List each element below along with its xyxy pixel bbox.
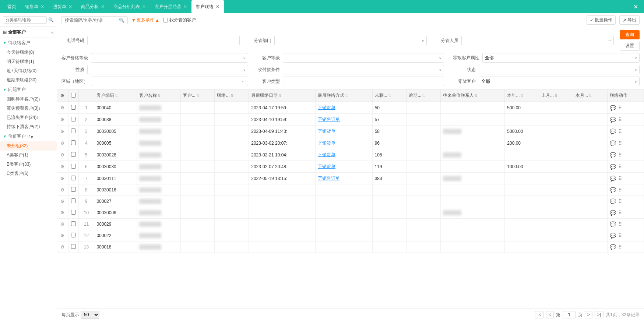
settings-cell[interactable]: ⚙: [57, 207, 68, 219]
last-page-btn[interactable]: >|: [595, 311, 603, 318]
row-checkbox[interactable]: [71, 176, 76, 180]
col-no-contact[interactable]: 未联...⇅: [372, 89, 407, 102]
contact-way-link[interactable]: 下销售订单: [318, 117, 340, 122]
first-page-btn[interactable]: |<: [535, 311, 544, 318]
row-checkbox[interactable]: [71, 210, 76, 215]
more-action-icon[interactable]: ⠿: [618, 210, 622, 216]
sidebar-item-churn-warn[interactable]: 流失预警客户(3) ℹ: [0, 104, 57, 113]
price-level-input[interactable]: ∨: [91, 53, 248, 63]
prev-page-btn[interactable]: <: [546, 311, 554, 318]
my-customer-checkbox[interactable]: 我分管的客户: [163, 17, 196, 23]
contact-way-link[interactable]: 下销货单: [318, 152, 335, 157]
gender-input[interactable]: ∨: [87, 65, 248, 74]
sidebar-item-today[interactable]: 今天待联络(0): [0, 48, 57, 57]
select-all-checkbox[interactable]: [71, 93, 76, 98]
col-overdue[interactable]: 逾期...⇅: [407, 89, 441, 102]
more-action-icon[interactable]: ⠿: [618, 117, 622, 123]
contact-way-link[interactable]: 下销货单: [318, 164, 335, 169]
checkbox-cell[interactable]: [68, 207, 78, 219]
row-checkbox[interactable]: [71, 105, 76, 110]
customer-name[interactable]: [137, 102, 180, 114]
checkbox-cell[interactable]: [68, 230, 78, 241]
last-contact-way[interactable]: [316, 196, 373, 207]
checkbox-cell[interactable]: [68, 184, 78, 196]
sidebar-search-icon[interactable]: 🔍: [48, 17, 54, 22]
chat-icon[interactable]: 💬: [610, 140, 616, 146]
checkbox-cell[interactable]: [68, 241, 78, 253]
person-input[interactable]: ···: [461, 36, 614, 45]
row-checkbox[interactable]: [71, 198, 76, 203]
last-contact-way[interactable]: 下销货单: [316, 102, 373, 114]
group-problem-customers[interactable]: ▼ 问题客户: [0, 85, 57, 95]
checkbox-cell[interactable]: [68, 173, 78, 184]
sidebar-item-churned[interactable]: 已流失客户(24) ℹ: [0, 113, 57, 122]
customer-name[interactable]: [137, 149, 180, 161]
retail-attr-input[interactable]: 全部 ∨: [482, 53, 640, 63]
col-this-month[interactable]: 本月...⇅: [573, 89, 607, 102]
col-contact[interactable]: 联络...⇅: [215, 89, 249, 102]
last-contact-way[interactable]: [316, 230, 373, 241]
sidebar-item-tomorrow[interactable]: 明天待联络(1): [0, 57, 57, 66]
sidebar-item-c-class[interactable]: C类客户(6): [0, 169, 57, 178]
settings-cell[interactable]: ⚙: [57, 241, 68, 253]
more-action-icon[interactable]: ⠿: [618, 105, 622, 111]
search-icon-main[interactable]: 🔍: [119, 18, 124, 23]
tab-customer-contact[interactable]: 客户联络 ✕: [191, 0, 224, 13]
settings-cell[interactable]: ⚙: [57, 102, 68, 114]
more-action-icon[interactable]: ⠿: [618, 221, 622, 227]
batch-ops-btn[interactable]: ✓ 批量操作: [587, 15, 616, 25]
customer-name[interactable]: [137, 161, 180, 173]
main-search-box[interactable]: 🔍: [61, 16, 128, 24]
tab-customer-contact-close[interactable]: ✕: [216, 4, 219, 9]
sidebar-item-7days[interactable]: 近7天待联络(0): [0, 66, 57, 75]
customer-name[interactable]: [137, 241, 180, 253]
checkbox-cell[interactable]: [68, 161, 78, 173]
sidebar-item-stockpile[interactable]: 囤购异常客户(2) ℹ: [0, 95, 57, 104]
col-last-month[interactable]: 上月...⇅: [539, 89, 573, 102]
last-contact-way[interactable]: 下销货单: [316, 126, 373, 137]
checkbox-cell[interactable]: [68, 149, 78, 161]
settings-cell[interactable]: ⚙: [57, 126, 68, 137]
col-name[interactable]: 客户名称⇅: [137, 89, 180, 102]
last-contact-way[interactable]: [316, 207, 373, 219]
col-this-year[interactable]: 本年...⇅: [505, 89, 539, 102]
row-checkbox[interactable]: [71, 128, 76, 133]
more-action-icon[interactable]: ⠿: [618, 176, 622, 181]
tab-customer-layer[interactable]: 客户分层经营 ✕: [150, 0, 191, 13]
more-action-icon[interactable]: ⠿: [618, 164, 622, 170]
checkbox-cell[interactable]: [68, 196, 78, 207]
group-value-customers[interactable]: ▼ 价值客户 ↺ ●: [0, 131, 57, 141]
col-code[interactable]: 客户编码⇅: [94, 89, 137, 102]
tab-product-list[interactable]: 商品分析列表 ✕: [109, 0, 150, 13]
more-action-icon[interactable]: ⠿: [618, 198, 622, 204]
col-last-date[interactable]: 最后联络日期⇅: [249, 89, 316, 102]
last-contact-way[interactable]: 下销货单: [316, 161, 373, 173]
chat-icon[interactable]: 💬: [610, 233, 616, 239]
customer-name[interactable]: [137, 184, 180, 196]
row-checkbox[interactable]: [71, 152, 76, 157]
chat-icon[interactable]: 💬: [610, 244, 616, 250]
tab-home[interactable]: 首页: [3, 0, 21, 13]
sidebar-all-customers[interactable]: ⊞ 全部客户 «: [0, 27, 57, 38]
more-filter-btn[interactable]: ▼ 更多条件 ▲: [131, 17, 159, 23]
more-action-icon[interactable]: ⠿: [618, 244, 622, 250]
my-customer-check[interactable]: [163, 18, 168, 22]
checkbox-cell[interactable]: [68, 102, 78, 114]
tab-sales[interactable]: 销售单 ✕: [21, 0, 49, 13]
sidebar-item-ungroup[interactable]: 未分组(32): [0, 141, 57, 151]
checkbox-cell[interactable]: [68, 114, 78, 126]
window-close-button[interactable]: ✕: [630, 3, 641, 10]
page-input[interactable]: [563, 311, 576, 318]
chat-icon[interactable]: 💬: [610, 117, 616, 123]
settings-cell[interactable]: ⚙: [57, 149, 68, 161]
col-last-way[interactable]: 最后联络方式⇅: [316, 89, 373, 102]
refresh-icon[interactable]: ↺: [27, 134, 31, 139]
page-size-select[interactable]: 50 100: [81, 311, 99, 319]
customer-name[interactable]: [137, 219, 180, 230]
row-checkbox[interactable]: [71, 233, 76, 237]
chat-icon[interactable]: 💬: [610, 187, 616, 193]
last-contact-way[interactable]: [316, 241, 373, 253]
last-contact-way[interactable]: [316, 184, 373, 196]
sidebar-item-declining[interactable]: 持续下滑客户(2) ℹ: [0, 122, 57, 131]
customer-type-input[interactable]: [283, 77, 444, 86]
